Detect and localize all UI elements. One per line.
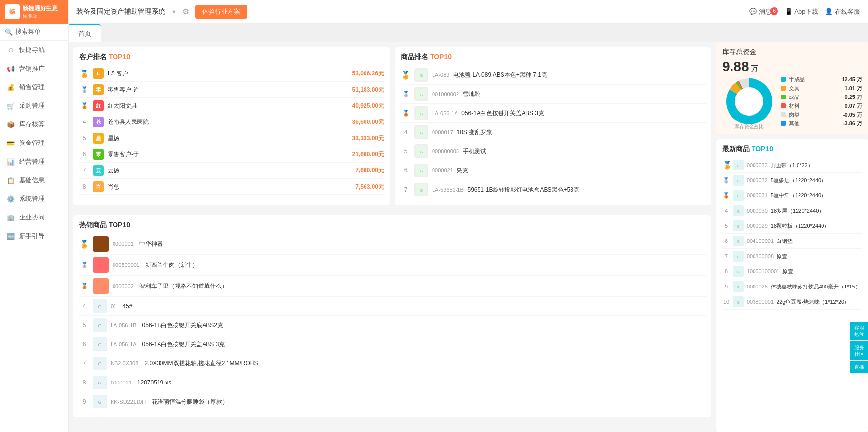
sidebar-search[interactable]: 🔍 搜索菜单 [0,24,68,41]
sidebar-item-system[interactable]: ⚙️ 系统管理 [0,190,68,208]
tab-home[interactable]: 首页 [69,24,101,42]
rank-number: 6 [401,167,411,174]
customer-value: 40,925.00元 [352,102,384,110]
logo-name: 畅捷通好生意 [23,4,58,13]
svg-text:G: G [420,169,423,173]
new-product-item: 5 G 0000029 18颗粒板（1220*2440） [722,218,862,234]
logo-icon: 畅 [5,4,20,19]
legend-item: 半成品 12.45 万 [781,76,862,83]
product-img: G [414,144,428,158]
rank-number: 5 [79,135,89,142]
inventory-legend: 半成品 12.45 万 文具 1.01 万 成品 0.25 万 [781,76,862,127]
sidebar-logo: 畅 畅捷通好生意 标准版 [0,0,68,24]
search-label: 搜索菜单 [15,27,41,36]
sidebar-item-label: 营销推广 [19,64,45,73]
product-img: G [93,318,107,332]
sidebar-item-sales[interactable]: 💰 销售管理 [0,78,68,96]
table-row: 🥉 红 红太阳文具 40,925.00元 [79,98,384,114]
new-product-code: 0000033 [747,162,768,168]
page-tabs: 首页 [69,24,868,42]
legend-item: 材料 0.07 万 [781,102,862,110]
rank-number: 4 [401,129,411,136]
rank-number: 8 [79,379,89,386]
sidebar-item-label: 快捷导航 [19,46,45,54]
customer-rank-table: 🏅 L LS 客户 53,006.26元 🥈 零 零售客户-许 51,183.0… [79,66,384,195]
svg-point-31 [736,88,762,115]
svg-text:G: G [737,286,739,289]
legend-item: 成品 0.25 万 [781,94,862,101]
svg-text:G: G [737,194,739,198]
product-info: LA-056-1A 056-1A白色按键开关盖ABS 3克 [432,109,706,118]
new-product-code: 10000100001 [747,268,779,274]
new-product-img: G [733,175,744,186]
rank-number: 🥈 [79,262,89,268]
customer-badge: 零 [93,84,104,95]
gear-icon[interactable]: ⚙ [183,7,189,16]
sidebar-item-quick-nav[interactable]: ⊙ 快捷导航 [0,41,68,59]
sidebar-item-inventory[interactable]: 📦 库存核算 [0,115,68,134]
table-row: 5 G 000800005 手机测试 [401,142,706,161]
app-download[interactable]: 📱 App下载 [785,7,818,16]
inventory-icon: 📦 [6,120,15,129]
sidebar-item-label: 资金管理 [19,139,45,147]
svg-text:G: G [737,179,739,183]
customer-name: 红太阳文具 [108,102,348,110]
sidebar-item-marketing[interactable]: 📢 营销推广 [0,59,68,78]
message-area[interactable]: 💬 消息 6 [749,7,778,16]
dropdown-icon[interactable]: ▼ [171,9,177,15]
table-row: 4 苍 苍南县人民医院 36,600.00元 [79,114,384,130]
hot-product-row: 9 G KK-SD22110H 花语萌恒温分腿睡袋（厚款） [79,392,706,411]
online-service[interactable]: 👤 在线客服 [825,7,860,16]
product-thumbnail [93,257,109,273]
customer-name: 星扬 [108,134,348,143]
sidebar-item-basic[interactable]: 📋 基础信息 [0,171,68,190]
svg-text:G: G [420,93,423,97]
float-btn-community[interactable]: 服务 社区 [850,341,868,360]
rank-number: 6 [79,341,89,348]
sidebar-item-enterprise[interactable]: 🏢 企业协同 [0,208,68,227]
hot-product-row: 🥉 0000002 智利车子里（规格不知道填什么） [79,276,706,297]
sidebar-item-label: 基础信息 [19,176,45,185]
customer-name: 云扬 [108,167,351,175]
float-btn-service[interactable]: 客服 热线 [850,322,868,340]
donut-section: 库存资金占比 半成品 12.45 万 文具 1.01 万 [722,74,862,128]
new-product-img: G [733,220,744,231]
new-products-card: 最新商品 TOP10 🏅 G 0000033 封边带（1.0*22） 🥈 G 0… [716,139,868,432]
sidebar-item-purchase[interactable]: 🛒 采购管理 [0,96,68,115]
search-icon: 🔍 [5,28,13,36]
svg-text:G: G [737,164,739,168]
product-img: G [414,106,428,120]
rank-number: 7 [79,360,89,367]
table-row: 7 云 云扬 7,680.00元 [79,163,384,179]
new-product-item: 🏅 G 0000033 封边带（1.0*22） [722,158,862,173]
customer-badge: L [93,68,104,79]
product-thumbnail [93,278,109,294]
customer-badge: 肖 [93,181,104,192]
hot-product-row: 6 G LA-056-1A 056-1A白色按键开关盖ABS 3克 [79,335,706,354]
legend-color [781,121,786,126]
new-product-item: 6 G 004100001 白钢垫 [722,234,862,249]
sidebar-item-operations[interactable]: 📊 经营管理 [0,152,68,171]
customer-value: 51,183.00元 [352,86,384,94]
sidebar-item-finance[interactable]: 💳 资金管理 [0,134,68,152]
logo-version: 标准版 [23,13,58,20]
table-row: 🏅 L LS 客户 53,006.26元 [79,66,384,82]
table-row: 5 星 星扬 33,333.00元 [79,130,384,146]
rank-number: 5 [401,148,411,155]
svg-text:G: G [420,131,423,135]
rank-number: 6 [79,151,89,158]
sales-icon: 💰 [6,83,15,92]
sidebar-item-label: 销售管理 [19,83,45,92]
donut-chart: 库存资金占比 [722,74,776,128]
customer-badge: 星 [93,133,104,144]
legend-color [781,112,786,117]
float-btn-live[interactable]: 直播 [850,361,868,373]
rank-number: 9 [79,398,89,405]
product-img: G [93,376,107,389]
sidebar-item-label: 库存核算 [19,120,45,129]
sidebar-item-guide[interactable]: 🆕 新手引导 [0,227,68,245]
product-rank-card: 商品排名 TOP10 🏅 G LA-089 电池盖 LA-089 ABS本色+黑… [395,47,711,205]
new-product-img: G [733,251,744,262]
try-btn[interactable]: 体验行业方案 [195,5,247,19]
customer-name: 零售客户-于 [108,150,348,159]
